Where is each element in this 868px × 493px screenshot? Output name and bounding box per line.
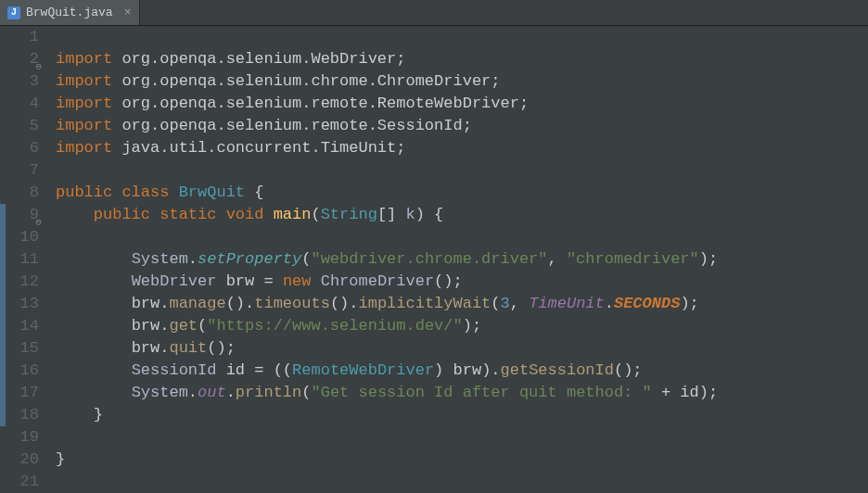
- tab-filename: BrwQuit.java: [26, 6, 113, 19]
- code-line: import org.openqa.selenium.WebDriver;: [56, 48, 868, 70]
- line-number: 9⊖: [0, 204, 39, 226]
- code-line: import org.openqa.selenium.remote.Sessio…: [56, 115, 868, 137]
- code-line: public static void main(String[] k) {: [56, 204, 868, 226]
- line-number: 21: [0, 471, 39, 493]
- code-line: SessionId id = ((RemoteWebDriver) brw).g…: [56, 360, 868, 382]
- code-line: System.out.println("Get session Id after…: [56, 382, 868, 404]
- fold-icon[interactable]: ⊖: [34, 211, 42, 219]
- line-number: 2⊖: [0, 48, 39, 70]
- code-line: System.setProperty("webdriver.chrome.dri…: [56, 248, 868, 271]
- code-line: import org.openqa.selenium.chrome.Chrome…: [56, 70, 868, 93]
- line-number: 18: [0, 404, 39, 426]
- line-number: 13: [0, 293, 39, 315]
- line-number: 4: [0, 93, 39, 115]
- code-line: WebDriver brw = new ChromeDriver();: [56, 271, 868, 293]
- code-line: [56, 226, 868, 248]
- code-line: [56, 426, 868, 449]
- line-number: 17: [0, 382, 39, 404]
- java-file-icon: J: [7, 6, 20, 19]
- line-number: 1: [0, 26, 39, 48]
- line-number: 10: [0, 226, 39, 248]
- line-number: 5: [0, 115, 39, 137]
- code-line: }: [56, 449, 868, 471]
- editor-tab[interactable]: J BrwQuit.java ×: [0, 0, 140, 25]
- line-number: 19: [0, 426, 39, 449]
- code-line: }: [56, 404, 868, 426]
- close-icon[interactable]: ×: [122, 7, 134, 19]
- code-line: [56, 26, 868, 48]
- tab-bar: J BrwQuit.java ×: [0, 0, 868, 26]
- code-line: [56, 159, 868, 182]
- line-number: 8: [0, 182, 39, 204]
- line-number: 3: [0, 70, 39, 93]
- code-line: import org.openqa.selenium.remote.Remote…: [56, 93, 868, 115]
- code-editor[interactable]: 1 2⊖ 3 4 5 6 7 8 9⊖ 10 11 12 13 14 15 16…: [0, 26, 868, 493]
- line-number: 14: [0, 315, 39, 337]
- fold-icon[interactable]: ⊖: [34, 56, 42, 63]
- line-number: 7: [0, 159, 39, 182]
- line-gutter: 1 2⊖ 3 4 5 6 7 8 9⊖ 10 11 12 13 14 15 16…: [0, 26, 48, 493]
- code-line: public class BrwQuit {: [56, 182, 868, 204]
- line-number: 11: [0, 248, 39, 271]
- line-number: 16: [0, 360, 39, 382]
- code-line: brw.manage().timeouts().implicitlyWait(3…: [56, 293, 868, 315]
- line-number: 15: [0, 337, 39, 360]
- code-line: brw.quit();: [56, 337, 868, 360]
- code-area[interactable]: import org.openqa.selenium.WebDriver; im…: [48, 26, 868, 493]
- code-line: [56, 471, 868, 493]
- code-line: brw.get("https://www.selenium.dev/");: [56, 315, 868, 337]
- line-number: 6: [0, 137, 39, 159]
- code-line: import java.util.concurrent.TimeUnit;: [56, 137, 868, 159]
- line-number: 12: [0, 271, 39, 293]
- line-number: 20: [0, 449, 39, 471]
